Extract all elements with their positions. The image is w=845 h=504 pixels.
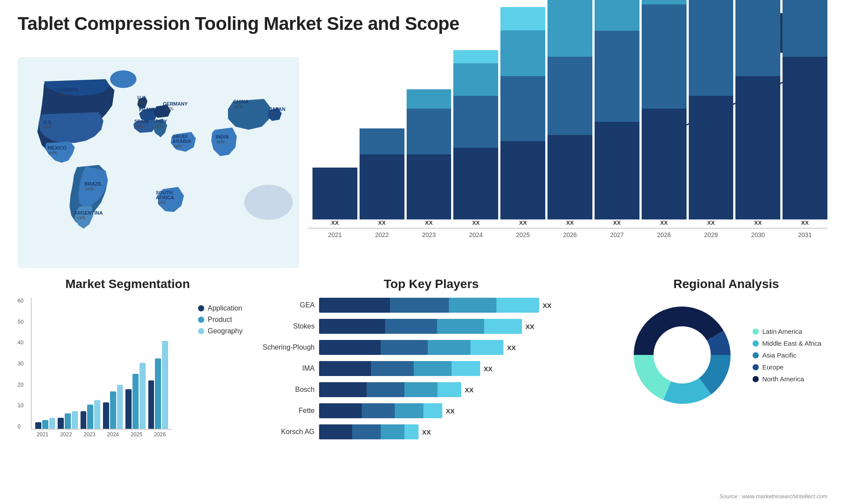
seg-x-labels: 2021 2022 2023 2024 2025 2026 bbox=[31, 431, 172, 438]
growth-x-label-2025: 2025 bbox=[500, 231, 545, 238]
growth-bar-seg bbox=[312, 168, 357, 219]
growth-bar-seg bbox=[500, 141, 545, 219]
map-label-mexico: MEXICO bbox=[48, 145, 67, 150]
growth-bar-seg bbox=[735, 0, 780, 76]
player-bar-segment bbox=[404, 382, 437, 397]
player-bar-segment bbox=[319, 403, 362, 418]
player-bar bbox=[319, 361, 480, 376]
growth-bar-seg bbox=[360, 154, 404, 219]
growth-bar-group-2024: XX bbox=[453, 50, 498, 228]
growth-bar-seg bbox=[547, 57, 592, 135]
page-title: Tablet Compression Tooling Market Size a… bbox=[18, 13, 459, 34]
regional-label-mea: Middle East & Africa bbox=[762, 340, 821, 347]
growth-x-label-2024: 2024 bbox=[453, 231, 498, 238]
player-name: Stokes bbox=[246, 322, 315, 330]
growth-bar-label-2022: XX bbox=[378, 219, 386, 226]
player-bar bbox=[319, 382, 461, 397]
player-row: GEAXX bbox=[246, 298, 616, 313]
player-bar-segment bbox=[449, 298, 496, 313]
growth-bar-group-2023: XX bbox=[407, 89, 452, 228]
map-sublabel-saudi: xx% bbox=[173, 144, 182, 149]
player-bar-wrap: XX bbox=[319, 403, 616, 418]
player-name: IMA bbox=[246, 365, 315, 373]
seg-year-group-2 bbox=[81, 400, 100, 429]
regional-section: Regional Analysis bbox=[616, 277, 827, 493]
seg-bar bbox=[94, 400, 100, 429]
legend-dot-product bbox=[198, 317, 204, 323]
bottom-content: Market Segmentation 0 10 20 30 40 50 60 bbox=[0, 268, 845, 497]
growth-x-label-2021: 2021 bbox=[312, 231, 357, 238]
player-bar-segment bbox=[319, 382, 367, 397]
map-sublabel-mexico: xx% bbox=[48, 150, 57, 155]
growth-bar-seg bbox=[500, 76, 545, 141]
growth-bar-label-2021: XX bbox=[331, 219, 338, 226]
seg-chart-area: 0 10 20 30 40 50 60 2021 2022 2023 2024 bbox=[18, 298, 172, 438]
growth-x-label-2031: 2031 bbox=[783, 231, 827, 238]
player-value-label: XX bbox=[465, 386, 474, 394]
map-sublabel-italy: xx% bbox=[155, 124, 163, 129]
player-bar-segment bbox=[319, 361, 371, 376]
growth-bar-group-2026: XX bbox=[547, 0, 592, 228]
player-bar-segment bbox=[437, 319, 484, 334]
growth-bar-group-2022: XX bbox=[360, 128, 404, 228]
seg-bar bbox=[87, 405, 93, 429]
key-players-title: Top Key Players bbox=[246, 277, 616, 291]
map-label-canada: CANADA bbox=[57, 87, 78, 92]
growth-bar-label-2031: XX bbox=[801, 219, 808, 226]
growth-x-label-2023: 2023 bbox=[407, 231, 452, 238]
map-label-uk: U.K. bbox=[137, 95, 147, 100]
player-name: Schering-Plough bbox=[246, 343, 315, 351]
regional-legend-europe: Europe bbox=[753, 363, 821, 371]
map-sublabel-china: xx% bbox=[234, 104, 242, 109]
seg-bar bbox=[140, 363, 146, 429]
regional-legend-latin-america: Latin America bbox=[753, 328, 821, 335]
seg-bar bbox=[58, 418, 64, 429]
growth-bar-seg bbox=[407, 109, 452, 154]
seg-bar bbox=[117, 385, 123, 429]
seg-chart-bars bbox=[31, 298, 172, 430]
growth-bar-seg bbox=[783, 0, 827, 57]
growth-bar-seg bbox=[453, 148, 498, 219]
legend-dot-application bbox=[198, 305, 204, 311]
player-bar-wrap: XX bbox=[319, 424, 616, 439]
map-sublabel-brazil: xx% bbox=[85, 186, 94, 191]
growth-x-label-2026: 2026 bbox=[547, 231, 592, 238]
regional-dot-asia-pacific bbox=[753, 352, 759, 358]
player-bar-segment bbox=[395, 403, 423, 418]
player-bar-segment bbox=[381, 424, 404, 439]
player-value-label: XX bbox=[525, 323, 534, 330]
player-row: BoschXX bbox=[246, 382, 616, 397]
growth-bar-label-2024: XX bbox=[472, 219, 480, 226]
seg-bar bbox=[132, 374, 139, 429]
legend-item-product: Product bbox=[198, 316, 242, 324]
growth-bar-label-2029: XX bbox=[707, 219, 715, 226]
player-value-label: XX bbox=[543, 302, 551, 309]
player-bar-segment bbox=[484, 319, 522, 334]
player-bar-segment bbox=[423, 403, 442, 418]
regional-chart-area: Latin America Middle East & Africa Asia … bbox=[625, 298, 827, 412]
player-bar-segment bbox=[470, 340, 503, 355]
map-sublabel-argentina: xx% bbox=[77, 215, 85, 220]
player-row: Korsch AGXX bbox=[246, 424, 616, 439]
growth-bar-seg bbox=[407, 154, 452, 219]
player-bar-segment bbox=[319, 298, 390, 313]
svg-point-2 bbox=[244, 185, 293, 220]
seg-year-group-5 bbox=[148, 341, 168, 429]
growth-bar-seg bbox=[500, 7, 545, 30]
growth-bar-seg bbox=[642, 0, 687, 4]
source-text: Source : www.marketresearchintellect.com bbox=[719, 493, 827, 500]
legend-label-product: Product bbox=[208, 316, 232, 324]
growth-bar-label-2028: XX bbox=[660, 219, 668, 226]
map-sublabel-canada: xx% bbox=[58, 93, 66, 98]
map-label-us: U.S. bbox=[43, 120, 52, 125]
player-bar-segment bbox=[414, 361, 452, 376]
growth-x-label-2030: 2030 bbox=[735, 231, 780, 238]
player-bar-wrap: XX bbox=[319, 382, 616, 397]
player-name: Bosch bbox=[246, 386, 315, 394]
player-bar-wrap: XX bbox=[319, 340, 616, 355]
growth-bar-seg bbox=[595, 0, 639, 31]
player-value-label: XX bbox=[484, 365, 492, 373]
segmentation-body: 0 10 20 30 40 50 60 2021 2022 2023 2024 bbox=[18, 298, 238, 438]
seg-year-group-0 bbox=[35, 418, 55, 429]
player-bar-segment bbox=[319, 424, 352, 439]
